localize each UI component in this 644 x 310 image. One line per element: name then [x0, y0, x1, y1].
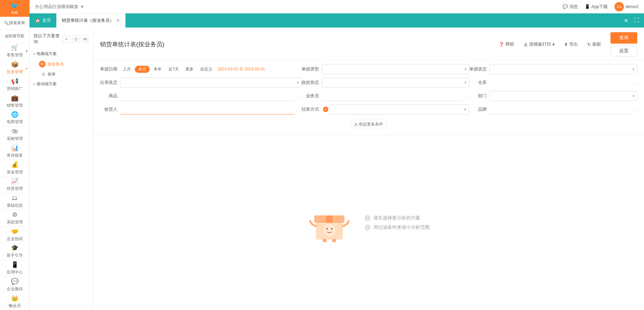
settlement-select[interactable]: ▾	[330, 104, 470, 114]
tree-arrow-icon: ▾	[34, 52, 35, 56]
sales-rep-dots[interactable]: …	[464, 93, 469, 99]
filter-sales-rep-field: 业务员 …	[302, 91, 470, 101]
tab-home[interactable]: 🏠 首页	[30, 13, 56, 28]
sidebar-item-member[interactable]: 👑 畅会员	[0, 293, 30, 310]
left-panel-title: 按以下方案查询	[34, 33, 63, 45]
tab-sales-stat[interactable]: 销货单统计表（按业务员） ✕	[56, 13, 125, 28]
top-header: 办公用品行业模拟账套 ▾ 💬 消息 📱 App下载 Ea demo2	[30, 0, 644, 13]
settlement-label: 结算方式	[302, 106, 319, 112]
tree-section: ▾ 电脑端方案 按 按业务员 ⚙ 按单 ▸ 移动端方案	[30, 48, 93, 90]
sales-rep-input[interactable]	[322, 91, 463, 101]
settings-button[interactable]: 设置	[610, 46, 637, 56]
dept-select[interactable]: ▾	[489, 91, 637, 101]
type-select[interactable]: ▾	[322, 64, 470, 74]
tree-item-pc[interactable]: ▾ 电脑端方案	[30, 49, 93, 59]
date-more-button[interactable]: 更多	[183, 66, 196, 73]
warehouse-dots[interactable]: …	[632, 80, 637, 86]
left-panel: 按以下方案查询 + ⊙ ≪ ▾ 电脑端方案	[30, 28, 93, 310]
collapse-icon: ≪	[83, 36, 88, 42]
sidebar-item-app-center[interactable]: 📱 应用中心	[0, 260, 30, 277]
app-center-icon: 📱	[11, 261, 18, 268]
tree-item-mobile[interactable]: ▸ 移动端方案	[30, 79, 93, 89]
brand-dots[interactable]: …	[632, 106, 637, 112]
header-actions: 💬 消息 📱 App下载 Ea demo2	[562, 2, 639, 11]
filter-dept-field: 部门 ▾	[469, 91, 637, 101]
date-custom-button[interactable]: 自定义	[198, 66, 215, 73]
recipient-label: 收货人	[100, 106, 117, 112]
filter-out-status-field: 出库状态 ▾	[100, 78, 302, 88]
wholesale-arrow-icon: ▴	[26, 66, 28, 70]
svg-rect-7	[332, 239, 336, 242]
date-this-year-button[interactable]: 本年	[151, 66, 164, 73]
sidebar-item-system[interactable]: ⚙ 系统管理	[0, 210, 30, 226]
tab-maximize-button[interactable]: ⛶	[632, 16, 641, 25]
sidebar-item-finance[interactable]: 💰 资金管理	[0, 160, 30, 176]
goods-dots[interactable]: …	[296, 93, 302, 99]
filter-type-field: 单据类型 ▾	[302, 64, 470, 74]
refresh-button[interactable]: ↻ 刷新	[585, 40, 604, 49]
collect-status-select[interactable]: ▾	[322, 78, 470, 88]
search-icon: 🔍	[4, 21, 9, 25]
brand-input[interactable]	[489, 104, 631, 114]
print-button[interactable]: 🖨 按模板打印 ▾	[521, 40, 557, 49]
page-layout: 按以下方案查询 + ⊙ ≪ ▾ 电脑端方案	[30, 28, 644, 310]
date-this-month-button[interactable]: 本月	[135, 66, 150, 73]
dept-select-wrapper: ▾	[489, 91, 637, 101]
sidebar-item-inventory[interactable]: 📊 库存核算	[0, 143, 30, 160]
filter-settlement-field: 结算方式 ✕ ▾	[302, 104, 470, 114]
query-button[interactable]: 查询	[610, 32, 637, 44]
page-header: 销货单统计表(按业务员) ❓ 帮助 🖨 按模板打印 ▾ ⬆ 导出	[93, 28, 644, 60]
retail-icon: 🛒	[11, 44, 18, 51]
sidebar-item-search[interactable]: 🔍 搜索菜单	[0, 17, 30, 30]
logo-icon: 🐦	[10, 2, 19, 10]
status-select[interactable]: ▾	[489, 64, 637, 74]
collapse-row: ⋀ 收起更多条件	[100, 118, 637, 131]
sidebar-item-purchase[interactable]: 🛍 采购管理	[0, 126, 30, 143]
collapse-up-icon: ⋀	[354, 122, 358, 127]
sidebar-item-ecommerce[interactable]: 🌐 电商管理	[0, 110, 30, 126]
sidebar-item-wechat[interactable]: 💬 企业微信	[0, 276, 30, 293]
sidebar-item-newbie[interactable]: 🎓 新手引导	[0, 243, 30, 260]
tree-sub-item-order[interactable]: ⚙ 按单	[30, 69, 93, 79]
refresh-icon: ↻	[587, 42, 591, 47]
recipient-dots[interactable]: …	[296, 106, 302, 112]
tab-close-icon[interactable]: ✕	[116, 18, 120, 23]
sidebar-item-retail[interactable]: 🛒 零售管理 ▾	[0, 43, 30, 60]
recipient-input[interactable]	[120, 104, 295, 114]
add-scheme-button[interactable]: +	[63, 35, 70, 43]
tab-close-window-button[interactable]: ✕	[621, 16, 631, 25]
sidebar-item-marketing[interactable]: 📢 营销推广	[0, 76, 30, 93]
sidebar-item-wholesale[interactable]: 📦 批发管理 ▴	[0, 60, 30, 76]
sidebar-item-basic[interactable]: 🗂 基础信息	[0, 193, 30, 210]
date-last-month-button[interactable]: 上月	[120, 66, 133, 73]
home-icon: 🏠	[35, 18, 40, 23]
user-profile-button[interactable]: Ea demo2	[614, 2, 639, 11]
sidebar-item-enterprise[interactable]: 🤝 企业协同	[0, 226, 30, 243]
finance-icon: 💰	[11, 161, 18, 168]
add-icon: +	[65, 36, 68, 42]
order-scheme-icon: ⚙	[42, 72, 46, 77]
sidebar-item-quicknav[interactable]: ⊞ 快捷导航	[0, 30, 30, 43]
message-button[interactable]: 💬 消息	[562, 4, 578, 10]
collapse-panel-button[interactable]: ≪	[82, 35, 89, 43]
out-status-select[interactable]: ▾	[120, 78, 302, 88]
settlement-clear-icon[interactable]: ✕	[323, 107, 328, 112]
export-button[interactable]: ⬆ 导出	[561, 40, 581, 49]
sidebar-item-operations[interactable]: 📈 经营管理	[0, 176, 30, 193]
collapse-button[interactable]: ⋀ 收起更多条件	[350, 120, 387, 129]
right-content: 销货单统计表(按业务员) ❓ 帮助 🖨 按模板打印 ▾ ⬆ 导出	[93, 28, 644, 310]
wechat-icon: 💬	[11, 278, 18, 285]
left-panel-icons: + ⊙ ≪	[63, 35, 89, 43]
warehouse-input[interactable]	[489, 78, 631, 88]
date-7days-button[interactable]: 近7天	[166, 66, 181, 73]
edit-scheme-button[interactable]: ⊙	[72, 35, 79, 43]
help-button[interactable]: ❓ 帮助	[496, 40, 517, 49]
app-logo[interactable]: 🐦 标账	[0, 0, 30, 17]
date-filter: 上月 本月 本年 近7天 更多 自定义 2023-03-01 至 2023-03…	[120, 66, 265, 73]
tree-sub-item-sales-rep[interactable]: 按 按业务员	[30, 59, 93, 69]
goods-input[interactable]	[120, 91, 295, 101]
app-download-button[interactable]: 📱 App下载	[585, 4, 608, 10]
avatar: Ea	[614, 2, 624, 11]
sidebar-item-sales[interactable]: 💼 销售管理	[0, 93, 30, 110]
retail-arrow-icon: ▾	[26, 49, 28, 53]
